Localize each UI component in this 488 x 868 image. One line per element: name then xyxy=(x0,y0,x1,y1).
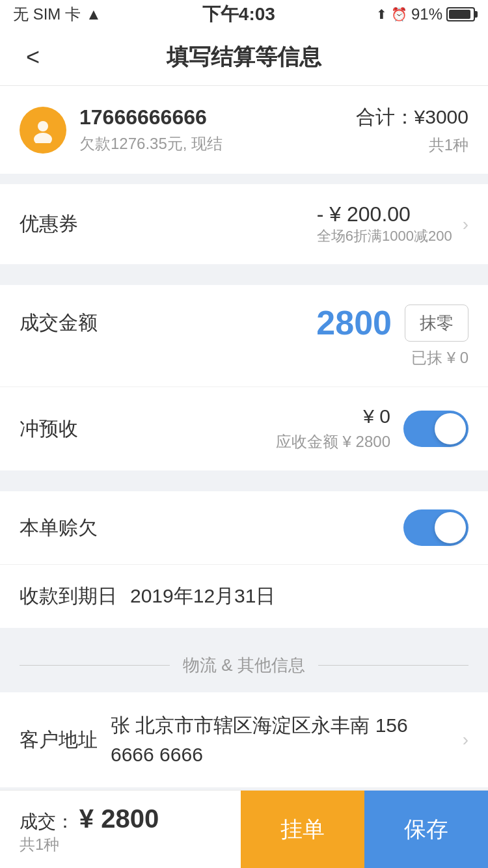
battery-percent: 91% xyxy=(411,5,442,23)
pre-collect-amount: ¥ 0 应收金额 ¥ 2800 xyxy=(276,405,390,452)
status-left: 无 SIM 卡 ▲ xyxy=(13,4,102,25)
location-icon: ⬆ xyxy=(376,7,387,22)
section-divider-2 xyxy=(0,470,488,481)
pre-collect-toggle[interactable] xyxy=(403,411,468,447)
bottom-summary-count: 共1种 xyxy=(20,834,221,855)
battery-icon xyxy=(446,7,475,21)
avatar xyxy=(20,107,66,154)
save-button[interactable]: 保存 xyxy=(364,791,488,868)
coupon-row[interactable]: 优惠券 - ¥ 200.00 全场6折满1000减200 › xyxy=(0,184,488,264)
bad-debt-section: 本单赊欠 xyxy=(0,491,488,564)
due-date-section: 收款到期日 2019年12月31日 xyxy=(0,564,488,628)
coupon-label: 优惠券 xyxy=(20,211,78,237)
amount-section: 成交金额 2800 抹零 已抹 ¥ 0 xyxy=(0,285,488,387)
bottom-summary: 成交： ¥ 2800 共1种 xyxy=(0,804,241,855)
customer-right: 合计：¥3000 共1种 xyxy=(356,104,468,156)
pre-collect-main-amount: ¥ 0 xyxy=(276,405,390,427)
bottom-summary-label: 成交： xyxy=(20,811,74,832)
toggle-knob xyxy=(435,413,466,444)
amount-value: 2800 xyxy=(316,303,392,342)
address-section[interactable]: 客户地址 张 北京市市辖区海淀区永丰南 156 6666 6666 › xyxy=(0,692,488,787)
status-right: ⬆ ⏰ 91% xyxy=(376,5,475,23)
bottom-summary-row: 成交： ¥ 2800 xyxy=(20,804,221,834)
back-button[interactable]: < xyxy=(20,37,46,77)
logistics-line-right xyxy=(318,665,468,666)
status-bar: 无 SIM 卡 ▲ 下午4:03 ⬆ ⏰ 91% xyxy=(0,0,488,29)
amount-sub: 已抹 ¥ 0 xyxy=(20,347,468,368)
logistics-line-left xyxy=(20,665,170,666)
svg-point-1 xyxy=(34,133,52,143)
round-zero-button[interactable]: 抹零 xyxy=(405,305,468,342)
due-date-label: 收款到期日 xyxy=(20,583,117,610)
coupon-amount: - ¥ 200.00 xyxy=(317,202,452,226)
bad-debt-toggle[interactable] xyxy=(403,509,468,546)
bottom-buttons: 挂单 保存 xyxy=(241,791,488,868)
bad-debt-toggle-knob xyxy=(435,512,466,543)
pre-collect-label: 冲预收 xyxy=(20,416,78,442)
address-value: 张 北京市市辖区海淀区永丰南 156 6666 6666 xyxy=(111,711,456,769)
customer-left: 17666666666 欠款1276.35元, 现结 xyxy=(20,105,223,154)
logistics-divider: 物流 & 其他信息 xyxy=(0,638,488,692)
pre-collect-sub-amount: 应收金额 ¥ 2800 xyxy=(276,431,390,452)
alarm-icon: ⏰ xyxy=(391,7,407,22)
customer-card: 17666666666 欠款1276.35元, 现结 合计：¥3000 共1种 xyxy=(0,86,488,174)
bottom-bar: 成交： ¥ 2800 共1种 挂单 保存 xyxy=(0,790,488,868)
page-title: 填写结算等信息 xyxy=(167,42,321,72)
customer-info: 17666666666 欠款1276.35元, 现结 xyxy=(79,105,223,154)
carrier-text: 无 SIM 卡 xyxy=(13,4,81,25)
wifi-icon: ▲ xyxy=(86,5,102,23)
address-label: 客户地址 xyxy=(20,727,98,753)
nav-bar: < 填写结算等信息 xyxy=(0,29,488,86)
customer-count: 共1种 xyxy=(356,135,468,156)
address-chevron-right-icon: › xyxy=(463,729,468,750)
coupon-info: - ¥ 200.00 全场6折满1000减200 xyxy=(317,202,452,246)
hang-order-button[interactable]: 挂单 xyxy=(241,791,364,868)
logistics-text: 物流 & 其他信息 xyxy=(183,654,305,677)
pre-collect-section: 冲预收 ¥ 0 应收金额 ¥ 2800 xyxy=(0,387,488,470)
battery-fill xyxy=(449,10,470,19)
customer-total: 合计：¥3000 xyxy=(356,104,468,131)
bottom-summary-amount: ¥ 2800 xyxy=(79,804,159,833)
customer-phone: 17666666666 xyxy=(79,105,223,129)
chevron-right-icon: › xyxy=(463,214,468,235)
coupon-desc: 全场6折满1000减200 xyxy=(317,226,452,246)
amount-row: 成交金额 2800 抹零 xyxy=(20,303,468,342)
status-time: 下午4:03 xyxy=(202,2,275,27)
coupon-right: - ¥ 200.00 全场6折满1000减200 › xyxy=(317,202,468,246)
section-divider-1 xyxy=(0,275,488,285)
amount-right: 2800 抹零 xyxy=(316,303,468,342)
customer-debt: 欠款1276.35元, 现结 xyxy=(79,133,223,154)
amount-label: 成交金额 xyxy=(20,310,98,336)
due-date-value: 2019年12月31日 xyxy=(130,583,275,610)
pre-collect-right: ¥ 0 应收金额 ¥ 2800 xyxy=(276,405,468,452)
bad-debt-label: 本单赊欠 xyxy=(20,515,98,541)
svg-point-0 xyxy=(38,121,48,131)
